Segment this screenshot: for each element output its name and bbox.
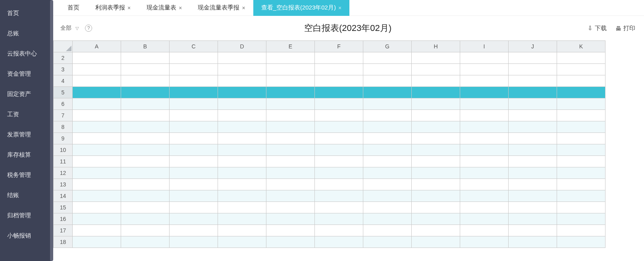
- cell[interactable]: [363, 190, 412, 202]
- help-icon[interactable]: ?: [85, 25, 92, 32]
- cell[interactable]: [412, 213, 460, 225]
- cell[interactable]: [509, 52, 557, 64]
- column-header[interactable]: B: [121, 41, 170, 52]
- cell[interactable]: [363, 87, 412, 98]
- cell[interactable]: [73, 144, 121, 156]
- cell[interactable]: [412, 144, 460, 156]
- cell[interactable]: [121, 110, 170, 121]
- cell[interactable]: [412, 133, 460, 144]
- cell[interactable]: [218, 98, 266, 110]
- cell[interactable]: [315, 202, 363, 213]
- cell[interactable]: [315, 213, 363, 225]
- cell[interactable]: [460, 52, 509, 64]
- cell[interactable]: [170, 121, 218, 133]
- cell[interactable]: [315, 133, 363, 144]
- cell[interactable]: [315, 75, 363, 87]
- cell[interactable]: [557, 156, 605, 167]
- cell[interactable]: [363, 144, 412, 156]
- cell[interactable]: [557, 64, 605, 75]
- cell[interactable]: [315, 236, 363, 248]
- cell[interactable]: [363, 202, 412, 213]
- cell[interactable]: [73, 52, 121, 64]
- tab-cashflow-quarterly[interactable]: 现金流量表季报×: [190, 0, 253, 16]
- row-header[interactable]: 8: [54, 121, 73, 133]
- cell[interactable]: [121, 179, 170, 190]
- cell[interactable]: [557, 133, 605, 144]
- cell[interactable]: [121, 64, 170, 75]
- cell[interactable]: [509, 225, 557, 236]
- cell[interactable]: [266, 121, 315, 133]
- cell[interactable]: [363, 179, 412, 190]
- cell[interactable]: [121, 144, 170, 156]
- cell[interactable]: [412, 75, 460, 87]
- close-icon[interactable]: ×: [179, 5, 182, 11]
- cell[interactable]: [363, 52, 412, 64]
- cell[interactable]: [412, 236, 460, 248]
- tab-profit-quarterly[interactable]: 利润表季报×: [87, 0, 139, 16]
- cell[interactable]: [412, 156, 460, 167]
- cell[interactable]: [557, 87, 605, 98]
- cell[interactable]: [509, 167, 557, 179]
- column-header[interactable]: C: [170, 41, 218, 52]
- cell[interactable]: [557, 213, 605, 225]
- cell[interactable]: [218, 52, 266, 64]
- cell[interactable]: [73, 133, 121, 144]
- cell[interactable]: [73, 202, 121, 213]
- cell[interactable]: [460, 156, 509, 167]
- cell[interactable]: [121, 133, 170, 144]
- row-header[interactable]: 14: [54, 190, 73, 202]
- column-header[interactable]: D: [218, 41, 266, 52]
- cell[interactable]: [509, 87, 557, 98]
- cell[interactable]: [266, 144, 315, 156]
- cell[interactable]: [218, 64, 266, 75]
- cell[interactable]: [218, 75, 266, 87]
- cell[interactable]: [412, 179, 460, 190]
- cell[interactable]: [363, 167, 412, 179]
- tab-cashflow[interactable]: 现金流量表×: [139, 0, 190, 16]
- cell[interactable]: [218, 202, 266, 213]
- cell[interactable]: [218, 133, 266, 144]
- cell[interactable]: [170, 110, 218, 121]
- cell[interactable]: [315, 98, 363, 110]
- cell[interactable]: [218, 110, 266, 121]
- cell[interactable]: [412, 121, 460, 133]
- cell[interactable]: [121, 213, 170, 225]
- cell[interactable]: [266, 167, 315, 179]
- cell[interactable]: [363, 64, 412, 75]
- column-header[interactable]: H: [412, 41, 460, 52]
- cell[interactable]: [121, 121, 170, 133]
- cell[interactable]: [218, 213, 266, 225]
- cell[interactable]: [412, 110, 460, 121]
- close-icon[interactable]: ×: [127, 5, 131, 11]
- cell[interactable]: [363, 225, 412, 236]
- cell[interactable]: [73, 110, 121, 121]
- cell[interactable]: [557, 110, 605, 121]
- cell[interactable]: [170, 52, 218, 64]
- nav-inventory[interactable]: 库存核算: [0, 145, 52, 165]
- cell[interactable]: [557, 202, 605, 213]
- row-header[interactable]: 13: [54, 179, 73, 190]
- row-header[interactable]: 17: [54, 225, 73, 236]
- row-header[interactable]: 11: [54, 156, 73, 167]
- filter-dropdown[interactable]: 全部 ▽ ?: [60, 25, 92, 32]
- nav-ledger[interactable]: 总账: [0, 23, 52, 44]
- cell[interactable]: [509, 156, 557, 167]
- cell[interactable]: [73, 179, 121, 190]
- cell[interactable]: [509, 144, 557, 156]
- row-header[interactable]: 5: [54, 87, 73, 98]
- cell[interactable]: [509, 110, 557, 121]
- cell[interactable]: [315, 190, 363, 202]
- cell[interactable]: [73, 87, 121, 98]
- cell[interactable]: [73, 75, 121, 87]
- tab-view-blank-report[interactable]: 查看_空白报表(2023年02月)×: [253, 0, 350, 16]
- cell[interactable]: [266, 190, 315, 202]
- column-header[interactable]: G: [363, 41, 412, 52]
- cell[interactable]: [460, 110, 509, 121]
- cell[interactable]: [218, 121, 266, 133]
- cell[interactable]: [266, 156, 315, 167]
- cell[interactable]: [218, 236, 266, 248]
- download-button[interactable]: ⇩下载: [588, 25, 607, 32]
- cell[interactable]: [509, 190, 557, 202]
- cell[interactable]: [509, 121, 557, 133]
- row-header[interactable]: 15: [54, 202, 73, 213]
